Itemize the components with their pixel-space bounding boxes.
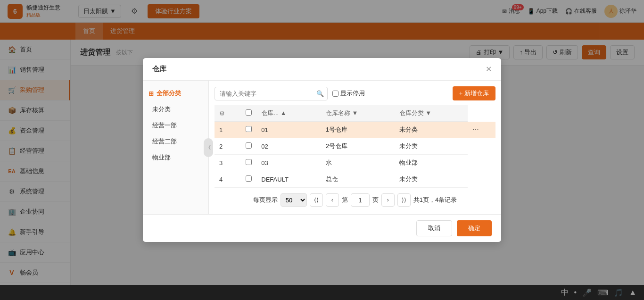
modal-backdrop: 仓库 ✕ ⊞ 全部分类 未分类 经营一部 经营二部 物业部 《 bbox=[0, 0, 644, 300]
category-uncategorized[interactable]: 未分类 bbox=[143, 101, 208, 117]
row-category: 物业部 bbox=[395, 155, 468, 171]
row-num: 4 bbox=[215, 171, 241, 188]
warehouse-modal: 仓库 ✕ ⊞ 全部分类 未分类 经营一部 经营二部 物业部 《 bbox=[143, 58, 501, 242]
modal-header: 仓库 ✕ bbox=[143, 58, 501, 81]
row-name: 总仓 bbox=[321, 171, 395, 188]
table-row: 3 03 水 物业部 bbox=[215, 155, 495, 171]
col-category[interactable]: 仓库分类 ▼ bbox=[395, 105, 468, 122]
row-name: 2号仓库 bbox=[321, 138, 395, 155]
category-all[interactable]: ⊞ 全部分类 bbox=[143, 85, 208, 101]
category-operations1[interactable]: 经营一部 bbox=[143, 117, 208, 133]
table-toolbar: 🔍 显示停用 + 新增仓库 bbox=[215, 86, 495, 100]
row-checkbox-cell[interactable] bbox=[241, 171, 256, 188]
next-page-button[interactable]: › bbox=[381, 193, 395, 207]
row-category: 未分类 bbox=[395, 171, 468, 188]
category-operations2[interactable]: 经营二部 bbox=[143, 133, 208, 150]
row-actions[interactable]: ··· bbox=[468, 122, 495, 138]
col-checkbox bbox=[241, 105, 256, 122]
show-disabled-checkbox[interactable]: 显示停用 bbox=[332, 89, 365, 98]
row-code: 02 bbox=[256, 138, 321, 155]
table-row: 1 01 1号仓库 未分类 ··· bbox=[215, 122, 495, 138]
search-wrap: 🔍 bbox=[215, 87, 328, 100]
row-checkbox-cell[interactable] bbox=[241, 122, 256, 138]
grid-icon: ⊞ bbox=[149, 90, 154, 97]
cancel-button[interactable]: 取消 bbox=[416, 220, 452, 236]
page-number-input[interactable] bbox=[351, 193, 370, 207]
table-row: 2 02 2号仓库 未分类 bbox=[215, 138, 495, 155]
search-icon: 🔍 bbox=[316, 90, 324, 97]
modal-title: 仓库 bbox=[152, 65, 166, 74]
warehouse-table: ⚙ 仓库... ▲ 仓库名称 ▼ 仓库分类 ▼ 1 01 1号仓库 bbox=[215, 105, 495, 188]
row-num: 2 bbox=[215, 138, 241, 155]
row-category: 未分类 bbox=[395, 122, 468, 138]
search-input[interactable] bbox=[215, 87, 328, 100]
table-area: 🔍 显示停用 + 新增仓库 ⚙ 仓库... ▲ bbox=[209, 81, 501, 214]
row-checkbox-cell[interactable] bbox=[241, 138, 256, 155]
select-all-checkbox[interactable] bbox=[246, 109, 252, 116]
prev-page-button[interactable]: ‹ bbox=[326, 193, 339, 207]
confirm-button[interactable]: 确定 bbox=[457, 220, 492, 236]
page-size-select[interactable]: 50 20 100 bbox=[281, 193, 307, 207]
row-name: 水 bbox=[321, 155, 395, 171]
category-property[interactable]: 物业部 bbox=[143, 150, 208, 166]
modal-footer: 取消 确定 bbox=[143, 214, 501, 242]
row-code: DEFAULT bbox=[256, 171, 321, 188]
col-name[interactable]: 仓库名称 ▼ bbox=[321, 105, 395, 122]
show-disabled-input[interactable] bbox=[332, 91, 339, 97]
col-settings: ⚙ bbox=[215, 105, 241, 122]
first-page-button[interactable]: ⟨⟨ bbox=[310, 193, 323, 207]
row-name: 1号仓库 bbox=[321, 122, 395, 138]
add-warehouse-button[interactable]: + 新增仓库 bbox=[453, 86, 495, 100]
row-num: 1 bbox=[215, 122, 241, 138]
modal-body: ⊞ 全部分类 未分类 经营一部 经营二部 物业部 《 🔍 bbox=[143, 81, 501, 214]
last-page-button[interactable]: ⟩⟩ bbox=[397, 193, 411, 207]
row-code: 01 bbox=[256, 122, 321, 138]
row-num: 3 bbox=[215, 155, 241, 171]
modal-close-button[interactable]: ✕ bbox=[486, 65, 492, 74]
row-code: 03 bbox=[256, 155, 321, 171]
collapse-sidebar-button[interactable]: 《 bbox=[204, 138, 213, 157]
pagination: 每页显示 50 20 100 ⟨⟨ ‹ 第 页 › ⟩⟩ 共1页，4条记录 bbox=[215, 188, 495, 208]
table-row: 4 DEFAULT 总仓 未分类 bbox=[215, 171, 495, 188]
row-category: 未分类 bbox=[395, 138, 468, 155]
row-checkbox-cell[interactable] bbox=[241, 155, 256, 171]
category-sidebar: ⊞ 全部分类 未分类 经营一部 经营二部 物业部 《 bbox=[143, 81, 209, 214]
col-code[interactable]: 仓库... ▲ bbox=[256, 105, 321, 122]
table-header-row: ⚙ 仓库... ▲ 仓库名称 ▼ 仓库分类 ▼ bbox=[215, 105, 495, 122]
